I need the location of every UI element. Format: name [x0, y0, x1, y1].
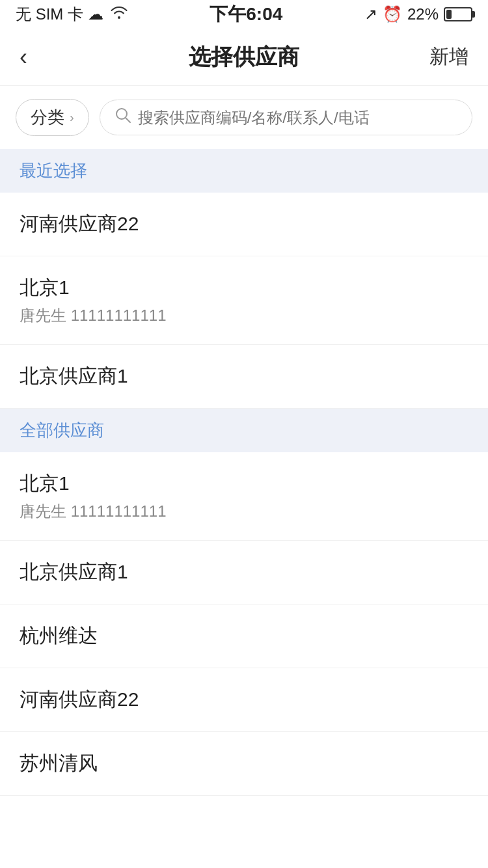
- recent-section-header: 最近选择: [0, 149, 488, 193]
- item-name: 北京供应商1: [20, 363, 468, 390]
- all-list: 北京1唐先生 11111111111北京供应商1杭州维达河南供应商22苏州清风: [0, 452, 488, 796]
- list-item[interactable]: 北京1唐先生 11111111111: [0, 256, 488, 345]
- list-item[interactable]: 苏州清风: [0, 732, 488, 796]
- recent-section-label: 最近选择: [20, 161, 87, 180]
- item-sub: 唐先生 11111111111: [20, 305, 468, 326]
- battery-percent: 22%: [407, 5, 439, 23]
- list-item[interactable]: 杭州维达: [0, 604, 488, 668]
- item-sub: 唐先生 11111111111: [20, 501, 468, 522]
- category-label: 分类: [31, 106, 64, 129]
- location-icon: ↗: [364, 5, 377, 23]
- wifi-icon: [110, 5, 128, 23]
- chevron-right-icon: ›: [70, 110, 74, 125]
- sim-status: 无 SIM 卡 ☁: [16, 4, 103, 25]
- item-name: 北京供应商1: [20, 559, 468, 586]
- list-item[interactable]: 北京供应商1: [0, 345, 488, 409]
- filter-bar: 分类 ›: [0, 86, 488, 149]
- battery-icon: [444, 7, 472, 21]
- page-title: 选择供应商: [59, 42, 429, 72]
- list-item[interactable]: 北京1唐先生 11111111111: [0, 452, 488, 541]
- item-name: 北京1: [20, 470, 468, 497]
- add-button[interactable]: 新增: [429, 44, 468, 70]
- nav-bar: ‹ 选择供应商 新增: [0, 29, 488, 86]
- list-item[interactable]: 河南供应商22: [0, 193, 488, 256]
- list-item[interactable]: 北京供应商1: [0, 541, 488, 604]
- all-section-header: 全部供应商: [0, 409, 488, 452]
- all-section-label: 全部供应商: [20, 420, 104, 440]
- item-name: 河南供应商22: [20, 686, 468, 713]
- category-button[interactable]: 分类 ›: [16, 99, 89, 136]
- item-name: 河南供应商22: [20, 211, 468, 237]
- list-item[interactable]: 河南供应商22: [0, 668, 488, 732]
- status-right: ↗ ⏰ 22%: [364, 5, 472, 23]
- item-name: 北京1: [20, 275, 468, 301]
- search-box[interactable]: [100, 100, 472, 135]
- status-time: 下午6:04: [210, 2, 282, 27]
- item-name: 杭州维达: [20, 623, 468, 649]
- search-icon: [115, 107, 131, 128]
- search-input[interactable]: [138, 109, 457, 127]
- alarm-icon: ⏰: [383, 5, 402, 23]
- recent-list: 河南供应商22北京1唐先生 11111111111北京供应商1: [0, 193, 488, 409]
- status-left: 无 SIM 卡 ☁: [16, 4, 128, 25]
- item-name: 苏州清风: [20, 750, 468, 777]
- back-button[interactable]: ‹: [20, 44, 59, 71]
- svg-line-1: [126, 118, 130, 122]
- status-bar: 无 SIM 卡 ☁ 下午6:04 ↗ ⏰ 22%: [0, 0, 488, 29]
